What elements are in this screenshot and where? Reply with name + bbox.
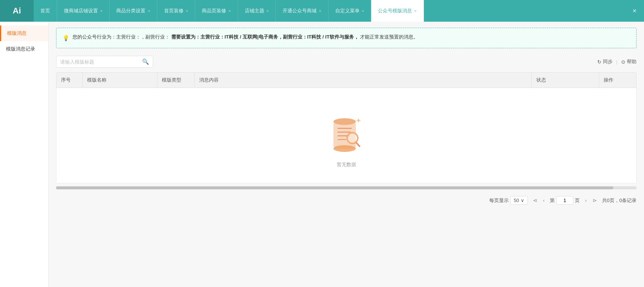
horizontal-scrollbar[interactable]	[56, 186, 637, 189]
top-nav: Ai 首页 微商城店铺设置 × 商品分类设置 × 首页装修 × 商品页装修 × …	[0, 0, 644, 22]
tab-close-category[interactable]: ×	[148, 9, 150, 13]
empty-state: 暂无数据	[56, 88, 636, 183]
total-text: 共0页，0条记录	[602, 197, 637, 204]
pagination-buttons: ⊲ ‹	[531, 197, 547, 204]
tab-open-mall[interactable]: 开通公众号商城 ×	[276, 0, 328, 22]
search-button[interactable]: 🔍	[138, 56, 153, 67]
content-area: 💡 您的公众号行业为：主营行业：，副营行业： 需要设置为：主营行业：IT科技 /…	[49, 22, 644, 287]
tab-shop-settings[interactable]: 微商城店铺设置 ×	[57, 0, 110, 22]
tab-close-template[interactable]: ×	[414, 9, 416, 13]
table-empty-row: 暂无数据	[56, 88, 637, 183]
table-header: 序号 模版名称 模版类型 消息内容 状态 操作	[56, 73, 637, 88]
per-page-select: 每页显示 50 ∨	[489, 196, 527, 205]
scrollbar-thumb[interactable]	[56, 186, 613, 189]
col-header-type: 模版类型	[157, 73, 195, 88]
search-row: 🔍 ↻ 同步 | ⊙ 帮助	[56, 56, 637, 68]
search-box: 🔍	[56, 56, 153, 68]
tab-homepage-decor[interactable]: 首页装修 ×	[157, 0, 195, 22]
svg-point-2	[333, 118, 356, 125]
empty-text: 暂无数据	[56, 161, 636, 168]
page-input-box: 第 1 页	[550, 196, 580, 205]
app-logo: Ai	[0, 0, 34, 22]
help-icon: ⊙	[621, 59, 625, 65]
svg-point-3	[333, 145, 356, 152]
search-icon: 🔍	[142, 58, 149, 65]
sidebar: 模版消息 模版消息记录	[0, 22, 49, 287]
col-header-content: 消息内容	[195, 73, 532, 88]
toolbar-right: ↻ 同步 | ⊙ 帮助	[597, 58, 637, 65]
col-header-name: 模版名称	[83, 73, 157, 88]
pagination-buttons-next: › ⊳	[583, 197, 599, 204]
col-header-seq: 序号	[56, 73, 83, 88]
empty-icon	[324, 110, 369, 155]
tab-product-decor[interactable]: 商品页装修 ×	[195, 0, 238, 22]
tab-custom-menu[interactable]: 自定义菜单 ×	[329, 0, 371, 22]
sync-icon: ↻	[597, 59, 601, 65]
page-prev-button[interactable]: ‹	[541, 197, 547, 204]
pagination-row: 每页显示 50 ∨ ⊲ ‹ 第 1 页 › ⊳ 共0页，0条记录	[56, 192, 637, 206]
sync-button[interactable]: ↻ 同步	[597, 58, 613, 65]
tab-home[interactable]: 首页	[34, 0, 57, 22]
search-input[interactable]	[56, 57, 138, 67]
tab-close-theme[interactable]: ×	[266, 9, 269, 13]
global-close-button[interactable]: ×	[625, 7, 644, 15]
page-last-button[interactable]: ⊳	[591, 197, 599, 204]
page-next-button[interactable]: ›	[583, 197, 589, 204]
sidebar-item-template-msg[interactable]: 模版消息	[0, 25, 48, 41]
sidebar-item-template-msg-log[interactable]: 模版消息记录	[0, 41, 48, 57]
notice-box: 💡 您的公众号行业为：主营行业：，副营行业： 需要设置为：主营行业：IT科技 /…	[56, 28, 637, 48]
tab-close-homepage[interactable]: ×	[186, 9, 188, 13]
col-header-action: 操作	[599, 73, 637, 88]
tab-template-msg[interactable]: 公众号模版消息 ×	[371, 0, 423, 22]
col-header-status: 状态	[532, 73, 599, 88]
page-first-button[interactable]: ⊲	[531, 197, 539, 204]
tab-close-mall[interactable]: ×	[319, 9, 321, 13]
notice-text: 您的公众号行业为：主营行业：，副营行业： 需要设置为：主营行业：IT科技 / 互…	[73, 33, 630, 41]
help-button[interactable]: ⊙ 帮助	[621, 58, 637, 65]
tab-close-shop-settings[interactable]: ×	[100, 9, 102, 13]
dropdown-chevron-icon: ∨	[521, 198, 524, 203]
tab-category-settings[interactable]: 商品分类设置 ×	[110, 0, 157, 22]
tab-close-custommenu[interactable]: ×	[362, 9, 364, 13]
tab-shop-theme[interactable]: 店铺主题 ×	[238, 0, 276, 22]
main-layout: 模版消息 模版消息记录 💡 您的公众号行业为：主营行业：，副营行业： 需要设置为…	[0, 22, 644, 287]
page-number-input[interactable]: 1	[556, 196, 573, 205]
data-table: 序号 模版名称 模版类型 消息内容 状态 操作	[56, 72, 637, 183]
svg-point-10	[347, 133, 358, 143]
nav-tabs: 首页 微商城店铺设置 × 商品分类设置 × 首页装修 × 商品页装修 × 店铺主…	[34, 0, 625, 22]
bulb-icon: 💡	[62, 34, 70, 43]
per-page-dropdown[interactable]: 50 ∨	[510, 196, 527, 205]
table-body: 暂无数据	[56, 88, 637, 183]
toolbar-divider: |	[616, 59, 617, 65]
tab-close-product[interactable]: ×	[228, 9, 231, 13]
